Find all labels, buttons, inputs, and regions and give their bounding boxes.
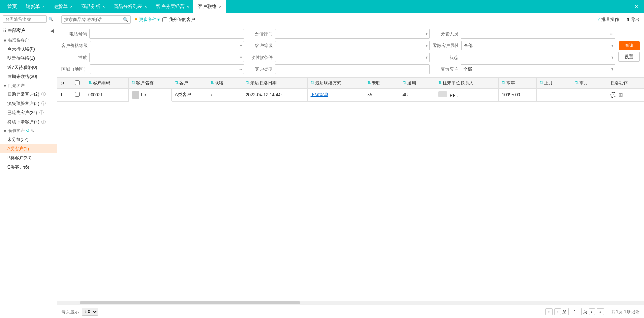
nav-product-analysis[interactable]: 商品分析 ×	[77, 0, 109, 13]
query-button[interactable]: 查询	[619, 41, 640, 50]
sidebar-item-today[interactable]: 今天待联络(0)	[0, 45, 57, 54]
filter-retail-attr: 零散客户属性 全部 ▾	[433, 41, 615, 50]
sidebar-item-churned[interactable]: 已流失客户(24) ⓘ	[0, 108, 57, 117]
close-purchase-order[interactable]: ×	[70, 4, 72, 9]
page-number-input[interactable]	[568, 308, 582, 315]
sort-this-month[interactable]: ⇅	[575, 80, 579, 85]
sidebar-group-pending[interactable]: ▼ 待联络客户	[0, 36, 57, 45]
region-dots-btn[interactable]: ···	[239, 67, 242, 72]
nav-product-analysis-list[interactable]: 商品分析列表 ×	[109, 0, 151, 13]
filter-region-input[interactable]: ···	[90, 64, 244, 74]
filter-nature-input[interactable]: ▾	[89, 53, 244, 62]
filter-person-input[interactable]: ···	[461, 29, 615, 39]
close-sales-order[interactable]: ×	[42, 4, 44, 9]
filter-customer-type-input[interactable]	[275, 64, 430, 74]
filter-dept-input[interactable]: ▾	[275, 29, 430, 39]
cell-checkbox[interactable]	[72, 89, 85, 102]
sidebar-group-value[interactable]: ▼ 价值客户 ↺ ✎	[0, 127, 57, 135]
col-contact: ⇅联络...	[207, 78, 243, 89]
close-customer-segment[interactable]: ×	[187, 4, 189, 9]
more-filter-button[interactable]: ▼ 更多条件 ▾	[134, 17, 160, 23]
cell-last-method[interactable]: 下销货单	[307, 89, 364, 102]
settings-button[interactable]: 设置	[618, 52, 640, 62]
nav-sales-order[interactable]: 销货单 ×	[21, 0, 49, 13]
nav-purchase-order[interactable]: 进货单 ×	[49, 0, 76, 13]
cell-this-year: 10995.00	[498, 89, 536, 102]
filter-status-input[interactable]: ▾	[461, 53, 615, 62]
my-customer-check[interactable]	[162, 17, 167, 22]
search-input[interactable]	[64, 17, 123, 22]
my-customer-checkbox[interactable]: 我分管的客户	[162, 17, 195, 23]
sort-name[interactable]: ⇅	[132, 80, 135, 85]
sidebar-item-overdue[interactable]: 逾期未联络(30)	[0, 72, 57, 81]
sidebar-item-class-a[interactable]: A类客户(1)	[0, 144, 57, 153]
col-settings[interactable]: ⚙	[57, 78, 72, 89]
nav-home[interactable]: 首页	[3, 0, 21, 13]
sort-this-year[interactable]: ⇅	[502, 80, 505, 85]
sort-contact[interactable]: ⇅	[210, 80, 214, 85]
col-unit-contact: ⇅往来单位联系人	[435, 78, 499, 89]
close-product-analysis-list[interactable]: ×	[144, 4, 147, 9]
window-close-button[interactable]: ×	[632, 3, 641, 10]
nav-customer-contact[interactable]: 客户联络 ×	[193, 0, 226, 13]
select-all-checkbox[interactable]	[75, 80, 80, 85]
sidebar-item-repurchase-abnormal[interactable]: 回购异常客户(2) ⓘ	[0, 90, 57, 99]
cell-last-month	[536, 89, 572, 102]
filter-customer-level-input[interactable]: ▾	[275, 41, 430, 50]
cell-name[interactable]: Ea	[129, 89, 172, 101]
sort-last-method[interactable]: ⇅	[311, 80, 314, 85]
total-info: 共1页 1条记录	[611, 309, 640, 315]
page-size-label: 每页显示	[61, 309, 79, 315]
sort-unit-contact[interactable]: ⇅	[438, 80, 442, 85]
search-filter-icon[interactable]: 🔍	[123, 17, 128, 22]
export-button[interactable]: ⬆ 导出	[626, 17, 640, 23]
sort-code[interactable]: ⇅	[88, 80, 92, 85]
close-customer-contact[interactable]: ×	[219, 4, 221, 9]
sort-overdue[interactable]: ⇅	[403, 80, 407, 85]
sort-last-date[interactable]: ⇅	[246, 80, 250, 85]
filter-retail-input[interactable]: 全部 ▾	[461, 64, 615, 74]
close-product-analysis[interactable]: ×	[103, 4, 105, 9]
sidebar-item-7days[interactable]: 近7天待联络(0)	[0, 63, 57, 72]
filter-phone-input[interactable]	[89, 29, 244, 39]
sidebar-item-class-c[interactable]: C类客户(6)	[0, 163, 57, 172]
person-dots-btn[interactable]: ···	[610, 31, 613, 36]
sidebar-item-unclassified[interactable]: 未分组(32)	[0, 135, 57, 144]
sidebar-search-icon[interactable]: 🔍	[48, 17, 54, 22]
nav-customer-segment[interactable]: 客户分层经营 ×	[151, 0, 193, 13]
col-checkbox[interactable]	[72, 78, 85, 89]
sidebar-item-tomorrow[interactable]: 明天待联络(1)	[0, 54, 57, 63]
prev-page-button[interactable]: ‹	[554, 308, 561, 315]
grid-action-icon[interactable]: ⊞	[619, 92, 623, 98]
filter-region: 区域（地区） ···	[61, 64, 244, 74]
sort-type[interactable]: ⇅	[175, 80, 179, 85]
last-method-link[interactable]: 下销货单	[311, 92, 328, 97]
refresh-icon[interactable]: ↺	[26, 128, 29, 133]
filter-payment-input[interactable]: ▾	[275, 53, 430, 62]
collapse-sidebar-icon[interactable]: ◀	[50, 28, 54, 33]
search-input-wrap[interactable]: 🔍	[61, 15, 131, 24]
sidebar-search-input[interactable]	[3, 15, 47, 23]
sidebar-item-declining[interactable]: 持续下滑客户(2) ⓘ	[0, 117, 57, 127]
sidebar-group-problem[interactable]: ▼ 问题客户	[0, 81, 57, 90]
chat-action-icon[interactable]: 💬	[610, 92, 616, 98]
first-page-button[interactable]: «	[545, 308, 553, 315]
scrollbar-thumb[interactable]	[80, 301, 300, 304]
edit-icon[interactable]: ✎	[31, 128, 34, 133]
sort-last-month[interactable]: ⇅	[540, 80, 543, 85]
pagination: « ‹ 第 页 › »	[545, 308, 604, 315]
horizontal-scrollbar[interactable]	[57, 301, 644, 305]
last-page-button[interactable]: »	[597, 308, 604, 315]
sidebar-item-class-b[interactable]: B类客户(33)	[0, 153, 57, 163]
batch-operation-button[interactable]: ☑ 批量操作	[597, 17, 619, 23]
sidebar-item-churn-warning[interactable]: 流失预警客户(3) ⓘ	[0, 99, 57, 108]
next-page-button[interactable]: ›	[589, 308, 595, 315]
filter-retail-attr-input[interactable]: 全部 ▾	[461, 41, 615, 50]
filter-nature: 性质 ▾	[61, 53, 244, 62]
row-checkbox[interactable]	[75, 92, 80, 97]
filter-price-level-input[interactable]: ▾	[90, 41, 244, 50]
sort-uncontacted[interactable]: ⇅	[367, 80, 371, 85]
page-size-select[interactable]: 50	[82, 308, 98, 316]
all-customer-header[interactable]: ⠿ 全部客户 ◀	[0, 25, 57, 36]
filter-customer-level-label: 客户等级	[247, 43, 273, 49]
